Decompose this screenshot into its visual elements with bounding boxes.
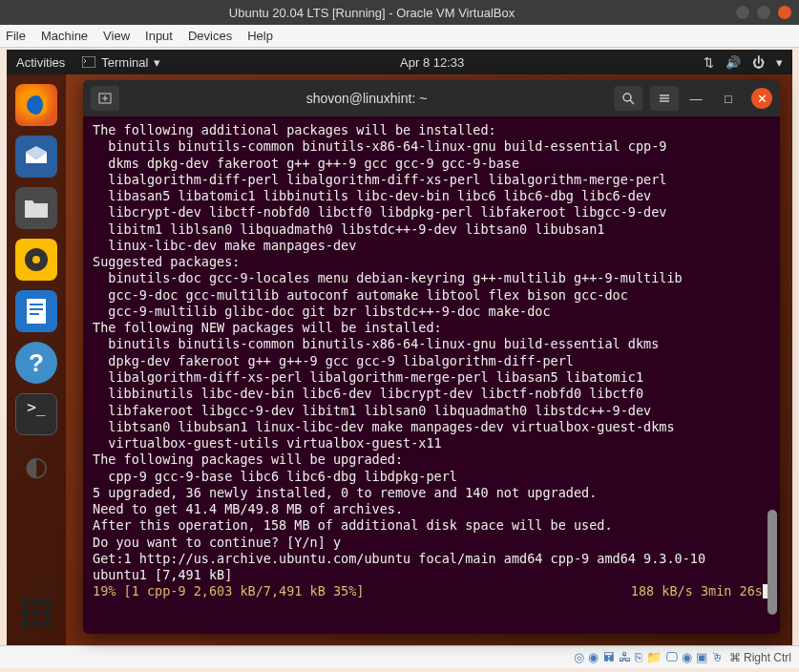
network-icon: 🖧 bbox=[619, 650, 631, 664]
dock-apps-icon[interactable] bbox=[15, 592, 57, 634]
term-line: libcrypt-dev libctf-nobfd0 libctf0 libdp… bbox=[93, 204, 666, 220]
term-line: libbinutils libc-dev-bin libc6-dev libcr… bbox=[93, 386, 643, 401]
minimize-icon[interactable] bbox=[736, 6, 749, 19]
close-icon[interactable] bbox=[778, 6, 791, 19]
dock-writer-icon[interactable] bbox=[15, 290, 57, 332]
virtualbox-titlebar: Ubuntu 20.04 LTS [Running] - Oracle VM V… bbox=[0, 0, 799, 25]
menu-file[interactable]: File bbox=[6, 29, 26, 43]
term-line: cpp-9 gcc-9-base libc6 libc6-dbg libdpkg… bbox=[93, 469, 457, 484]
terminal-icon bbox=[82, 56, 95, 68]
hamburger-button[interactable] bbox=[650, 86, 679, 111]
optical-icon: ◉ bbox=[588, 650, 599, 664]
mouse-icon: 🖰 bbox=[711, 650, 724, 664]
terminal-output[interactable]: The following additional packages will b… bbox=[83, 116, 780, 634]
dock-files-icon[interactable] bbox=[15, 187, 57, 229]
term-line: gcc-9-doc gcc-multilib autoconf automake… bbox=[93, 287, 628, 303]
power-icon: ⏻ bbox=[752, 55, 765, 70]
svg-line-12 bbox=[630, 100, 634, 104]
dock-thunderbird-icon[interactable] bbox=[15, 136, 57, 178]
term-line: The following NEW packages will be insta… bbox=[93, 320, 442, 335]
term-line: dkms dpkg-dev fakeroot g++ g++-9 gcc gcc… bbox=[93, 156, 519, 171]
dock-settings-icon[interactable]: ◐ bbox=[15, 445, 57, 487]
term-line: Do you want to continue? [Y/n] y bbox=[93, 535, 341, 550]
hostkey-label: Right Ctrl bbox=[744, 651, 791, 664]
new-tab-icon bbox=[98, 92, 112, 105]
menu-devices[interactable]: Devices bbox=[188, 29, 232, 43]
maximize-icon[interactable] bbox=[757, 6, 770, 19]
menu-view[interactable]: View bbox=[103, 29, 130, 43]
term-line: libalgorithm-diff-xs-perl libalgorithm-m… bbox=[93, 369, 643, 385]
app-menu[interactable]: Terminal ▾ bbox=[82, 55, 160, 70]
term-line: libalgorithm-diff-perl libalgorithm-diff… bbox=[93, 172, 666, 187]
hostkey-indicator: ⌘ Right Ctrl bbox=[729, 651, 791, 664]
progress-left: 19% [1 cpp-9 2,603 kB/7,491 kB 35%] bbox=[93, 583, 364, 599]
term-line: gcc-9-multilib glibc-doc git bzr libstdc… bbox=[93, 304, 551, 319]
menu-machine[interactable]: Machine bbox=[41, 29, 88, 43]
audio-icon: 🖬 bbox=[602, 650, 615, 664]
terminal-window: shovon@linuxhint: ~ — □ ✕ The following … bbox=[83, 80, 780, 634]
usb-icon: ⎘ bbox=[635, 650, 642, 664]
volume-icon: 🔊 bbox=[725, 55, 741, 70]
virtualbox-title: Ubuntu 20.04 LTS [Running] - Oracle VM V… bbox=[8, 6, 736, 20]
term-line: libtsan0 libubsan1 linux-libc-dev make m… bbox=[93, 419, 675, 434]
term-line: Suggested packages: bbox=[93, 254, 240, 269]
virtualbox-menubar: File Machine View Input Devices Help bbox=[0, 25, 799, 48]
term-line: linux-libc-dev make manpages-dev bbox=[93, 238, 356, 253]
term-line: The following packages will be upgraded: bbox=[93, 452, 403, 467]
svg-rect-4 bbox=[27, 299, 46, 324]
dock-rhythmbox-icon[interactable] bbox=[15, 239, 57, 281]
clock[interactable]: Apr 8 12:33 bbox=[160, 55, 704, 70]
chevron-down-icon: ▾ bbox=[154, 55, 160, 70]
menu-help[interactable]: Help bbox=[247, 29, 273, 43]
term-line: Get:1 http://us.archive.ubuntu.com/ubunt… bbox=[93, 551, 705, 566]
chevron-down-icon: ▾ bbox=[776, 55, 783, 70]
term-line: 5 upgraded, 36 newly installed, 0 to rem… bbox=[93, 485, 597, 500]
term-line: The following additional packages will b… bbox=[93, 122, 496, 137]
vm-screen: Activities Terminal ▾ Apr 8 12:33 ⇅ 🔊 ⏻ … bbox=[7, 50, 792, 645]
terminal-window-controls: — □ ✕ bbox=[686, 88, 772, 109]
term-line: libitm1 liblsan0 libquadmath0 libstdc++-… bbox=[93, 221, 604, 237]
terminal-scrollbar[interactable] bbox=[767, 128, 777, 615]
term-line: libfakeroot libgcc-9-dev libitm1 liblsan… bbox=[93, 403, 651, 418]
search-button[interactable] bbox=[614, 86, 642, 111]
minimize-button[interactable]: — bbox=[686, 89, 705, 108]
term-line: After this operation, 158 MB of addition… bbox=[93, 517, 613, 533]
progress-right: 188 kB/s 3min 26s bbox=[631, 583, 763, 598]
display-icon: 🖵 bbox=[665, 650, 678, 664]
term-line: virtualbox-guest-utils virtualbox-guest-… bbox=[93, 435, 442, 451]
vbox-status-icons[interactable]: ◎ ◉ 🖬 🖧 ⎘ 📁 🖵 ◉ ▣ 🖰 bbox=[574, 650, 724, 664]
term-line: libasan5 libatomic1 libbinutils libc-dev… bbox=[93, 188, 651, 203]
term-line: dpkg-dev fakeroot g++ g++-9 gcc gcc-9 li… bbox=[93, 353, 574, 368]
recording-icon: ◉ bbox=[682, 650, 692, 664]
network-icon: ⇅ bbox=[704, 55, 714, 70]
dock-terminal-icon[interactable]: >_ bbox=[15, 393, 57, 435]
menu-input[interactable]: Input bbox=[145, 29, 173, 43]
term-line: binutils-doc gcc-9-locales menu debian-k… bbox=[93, 270, 683, 285]
maximize-button[interactable]: □ bbox=[719, 89, 738, 108]
term-line: binutils binutils-common binutils-x86-64… bbox=[93, 138, 666, 154]
term-line: binutils binutils-common binutils-x86-64… bbox=[93, 336, 659, 351]
dock-help-icon[interactable]: ? bbox=[15, 342, 57, 384]
svg-point-11 bbox=[623, 94, 631, 101]
cpu-icon: ▣ bbox=[696, 650, 707, 664]
shared-folder-icon: 📁 bbox=[646, 650, 662, 664]
hamburger-icon bbox=[658, 92, 671, 105]
dock-firefox-icon[interactable] bbox=[15, 84, 57, 126]
new-tab-button[interactable] bbox=[91, 86, 119, 111]
terminal-titlebar: shovon@linuxhint: ~ — □ ✕ bbox=[83, 80, 780, 116]
app-menu-label: Terminal bbox=[101, 55, 148, 70]
close-button[interactable]: ✕ bbox=[751, 88, 772, 109]
term-line: ubuntu1 [7,491 kB] bbox=[93, 567, 232, 582]
scrollbar-thumb[interactable] bbox=[767, 510, 777, 615]
virtualbox-statusbar: ◎ ◉ 🖬 🖧 ⎘ 📁 🖵 ◉ ▣ 🖰 ⌘ Right Ctrl bbox=[0, 645, 799, 668]
ubuntu-dock: ? >_ ◐ bbox=[7, 74, 66, 645]
svg-point-3 bbox=[32, 256, 40, 263]
search-icon bbox=[621, 92, 635, 105]
activities-button[interactable]: Activities bbox=[16, 55, 65, 70]
term-line: Need to get 41.4 MB/49.8 MB of archives. bbox=[93, 501, 403, 516]
hdd-icon: ◎ bbox=[574, 650, 584, 664]
ubuntu-topbar: Activities Terminal ▾ Apr 8 12:33 ⇅ 🔊 ⏻ … bbox=[7, 50, 792, 74]
system-tray[interactable]: ⇅ 🔊 ⏻ ▾ bbox=[704, 55, 783, 70]
terminal-title: shovon@linuxhint: ~ bbox=[127, 91, 606, 106]
svg-rect-0 bbox=[82, 56, 95, 68]
